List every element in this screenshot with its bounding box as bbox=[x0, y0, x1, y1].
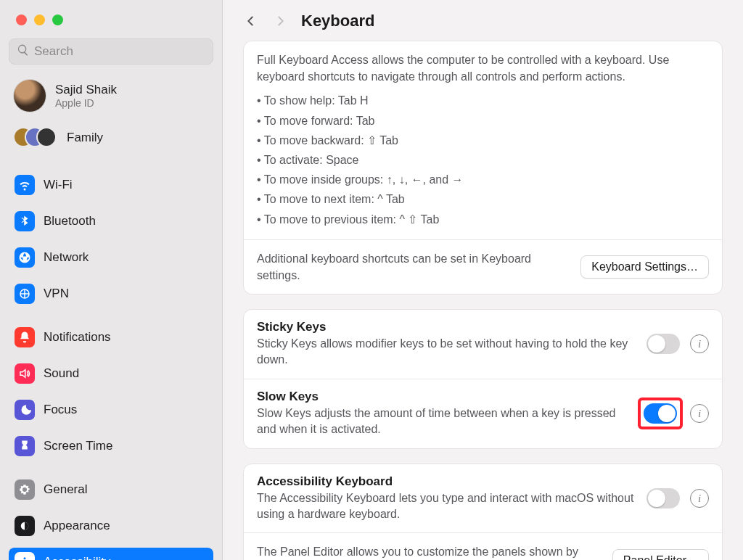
search-field[interactable] bbox=[9, 38, 213, 65]
forward-button[interactable] bbox=[272, 13, 288, 29]
appearance-icon bbox=[15, 516, 35, 536]
accessibility-keyboard-desc: The Accessibility Keyboard lets you type… bbox=[257, 490, 636, 523]
sidebar-item-label: Accessibility bbox=[44, 555, 111, 560]
sticky-keys-row: Sticky Keys Sticky Keys allows modifier … bbox=[244, 310, 722, 379]
accessibility-keyboard-card: Accessibility Keyboard The Accessibility… bbox=[243, 464, 723, 560]
search-input[interactable] bbox=[34, 44, 205, 59]
fka-shortcut: To move inside groups: ↑, ↓, ←, and → bbox=[257, 170, 709, 189]
fka-shortcut: To move to next item: ^ Tab bbox=[257, 189, 709, 209]
avatar bbox=[13, 79, 46, 112]
sidebar-item-label: Sound bbox=[44, 366, 79, 381]
highlight-annotation bbox=[638, 398, 683, 429]
wifi-icon bbox=[15, 175, 35, 195]
header: Keyboard bbox=[223, 0, 743, 41]
accessibility-keyboard-toggle[interactable] bbox=[646, 488, 680, 508]
sidebar-item-label: Wi-Fi bbox=[44, 178, 73, 192]
sidebar-item-accessibility[interactable]: Accessibility bbox=[9, 548, 213, 560]
fka-shortcut: To move backward: ⇧ Tab bbox=[257, 131, 709, 150]
sidebar-item-bluetooth[interactable]: Bluetooth bbox=[9, 207, 213, 236]
sidebar-item-network[interactable]: Network bbox=[9, 243, 213, 272]
sidebar-item-label: Appearance bbox=[44, 519, 110, 533]
sidebar-item-label: General bbox=[44, 482, 87, 497]
sticky-keys-info-icon[interactable]: i bbox=[690, 334, 709, 353]
family-avatars-icon bbox=[13, 127, 58, 149]
panel-editor-row: The Panel Editor allows you to customize… bbox=[244, 532, 722, 560]
close-window[interactable] bbox=[16, 15, 27, 25]
main-content: Keyboard Full Keyboard Access allows the… bbox=[223, 0, 743, 560]
accessibility-keyboard-info-icon[interactable]: i bbox=[690, 489, 709, 508]
window-controls bbox=[9, 9, 213, 31]
sidebar-item-wifi[interactable]: Wi-Fi bbox=[9, 170, 213, 199]
apple-id-row[interactable]: Sajid Shaik Apple ID bbox=[9, 72, 213, 115]
slow-keys-info-icon[interactable]: i bbox=[690, 404, 709, 423]
slow-keys-title: Slow Keys bbox=[257, 390, 631, 404]
screen-time-icon bbox=[15, 436, 35, 456]
accessibility-keyboard-title: Accessibility Keyboard bbox=[257, 474, 636, 489]
full-keyboard-access-card: Full Keyboard Access allows the computer… bbox=[243, 41, 723, 295]
sidebar-item-label: VPN bbox=[44, 287, 69, 301]
fka-shortcut-list: To show help: Tab H To move forward: Tab… bbox=[257, 91, 709, 228]
page-title: Keyboard bbox=[301, 12, 374, 30]
slow-keys-toggle[interactable] bbox=[644, 403, 677, 424]
sticky-keys-desc: Sticky Keys allows modifier keys to be s… bbox=[257, 336, 636, 368]
sticky-keys-toggle[interactable] bbox=[646, 334, 680, 354]
sidebar-item-notifications[interactable]: Notifications bbox=[9, 323, 213, 352]
minimize-window[interactable] bbox=[34, 15, 45, 25]
accessibility-keyboard-row: Accessibility Keyboard The Accessibility… bbox=[244, 464, 722, 533]
sidebar-item-appearance[interactable]: Appearance bbox=[9, 511, 213, 540]
sidebar-item-label: Network bbox=[44, 250, 89, 265]
panel-editor-desc: The Panel Editor allows you to customize… bbox=[257, 543, 602, 560]
fka-additional-text: Additional keyboard shortcuts can be set… bbox=[257, 250, 570, 284]
sidebar-item-screen-time[interactable]: Screen Time bbox=[9, 432, 213, 461]
sidebar-item-label: Focus bbox=[44, 403, 77, 417]
sticky-keys-title: Sticky Keys bbox=[257, 320, 636, 334]
fka-shortcut: To move to previous item: ^ ⇧ Tab bbox=[257, 210, 709, 229]
vpn-icon bbox=[15, 284, 35, 304]
network-icon bbox=[15, 247, 35, 268]
family-row[interactable]: Family bbox=[9, 123, 213, 156]
fka-shortcut: To show help: Tab H bbox=[257, 91, 709, 110]
sidebar: Sajid Shaik Apple ID Family Wi-Fi Blueto… bbox=[0, 0, 223, 560]
account-subtitle: Apple ID bbox=[55, 97, 117, 109]
fka-shortcut: To activate: Space bbox=[257, 150, 709, 170]
fka-shortcut: To move forward: Tab bbox=[257, 111, 709, 131]
keyboard-settings-button[interactable]: Keyboard Settings… bbox=[580, 255, 709, 279]
accessibility-icon bbox=[15, 552, 35, 560]
sidebar-item-vpn[interactable]: VPN bbox=[9, 279, 213, 308]
search-icon bbox=[17, 44, 34, 59]
sidebar-item-label: Bluetooth bbox=[44, 214, 96, 228]
account-name: Sajid Shaik bbox=[55, 83, 117, 97]
slow-keys-row: Slow Keys Slow Keys adjusts the amount o… bbox=[244, 379, 722, 448]
panel-editor-button[interactable]: Panel Editor… bbox=[612, 549, 709, 560]
focus-icon bbox=[15, 400, 35, 420]
family-label: Family bbox=[67, 131, 103, 145]
sidebar-item-focus[interactable]: Focus bbox=[9, 395, 213, 424]
back-button[interactable] bbox=[243, 13, 259, 29]
sidebar-item-label: Screen Time bbox=[44, 439, 112, 453]
sidebar-item-sound[interactable]: Sound bbox=[9, 359, 213, 388]
slow-keys-desc: Slow Keys adjusts the amount of time bet… bbox=[257, 405, 631, 438]
bluetooth-icon bbox=[15, 211, 35, 231]
keys-card: Sticky Keys Sticky Keys allows modifier … bbox=[243, 309, 723, 449]
sidebar-item-label: Notifications bbox=[44, 330, 111, 345]
sound-icon bbox=[15, 363, 35, 384]
fka-description: Full Keyboard Access allows the computer… bbox=[257, 52, 709, 85]
svg-point-2 bbox=[24, 557, 26, 559]
sidebar-item-general[interactable]: General bbox=[9, 475, 213, 504]
gear-icon bbox=[15, 479, 35, 500]
maximize-window[interactable] bbox=[52, 15, 63, 25]
notifications-icon bbox=[15, 327, 35, 347]
